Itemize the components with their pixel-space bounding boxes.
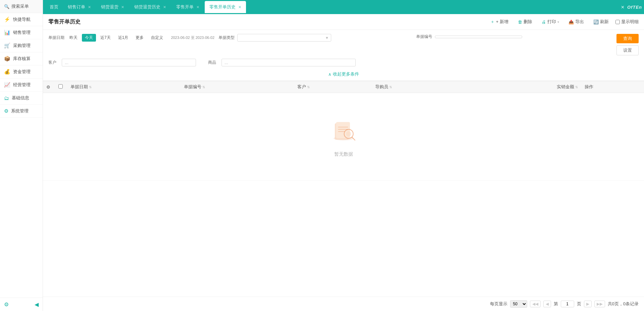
page-size-select[interactable]: 50 10 20 100 (510, 300, 527, 308)
tab-retail-open-close[interactable]: ✕ (196, 5, 199, 9)
tab-bar: 首页 销售订单 ✕ 销货退货 ✕ 销货退货历史 ✕ 零售开单 ✕ 零售开单历史 … (43, 0, 644, 14)
product-filter-label: 商品 (208, 60, 216, 65)
sidebar-item-label: 系统管理 (11, 108, 29, 114)
customer-dots: ... (65, 60, 68, 65)
settings-icon: ⚙ (46, 85, 50, 90)
date-1month[interactable]: 近1月 (115, 34, 132, 42)
last-page-button[interactable]: ▶▶ (594, 301, 605, 307)
cart-icon: 🛒 (4, 43, 10, 49)
select-all-checkbox[interactable] (58, 84, 63, 89)
collapse-row[interactable]: ∧ 收起更多条件 (48, 70, 639, 79)
th-settings[interactable]: ⚙ (43, 81, 55, 93)
tab-sales-return-label: 销货退货 (101, 4, 118, 10)
sidebar-search[interactable]: 🔍 搜索采单 (0, 0, 43, 13)
date-filter-label: 单据日期 (48, 35, 64, 41)
date-yesterday[interactable]: 昨天 (66, 34, 81, 42)
tab-sales-return-close[interactable]: ✕ (121, 5, 124, 9)
tab-sales-order-label: 销售订单 (68, 4, 85, 10)
sidebar-search-label: 搜索采单 (11, 3, 29, 9)
table-area: ⚙ 单据日期 ⇅ 单据编号 (43, 81, 644, 297)
svg-point-8 (346, 132, 351, 137)
th-salesperson[interactable]: 导购员 ⇅ (372, 81, 467, 93)
display-detail-checkbox[interactable]: 显示明细 (615, 19, 639, 25)
delete-button[interactable]: 🗑 删除 (515, 17, 535, 26)
collapse-icon[interactable]: ◀ (35, 301, 39, 308)
folder-icon: 🗂 (4, 95, 9, 101)
customer-sort-icon: ⇅ (307, 85, 310, 89)
tab-sales-return-history-close[interactable]: ✕ (163, 5, 166, 9)
print-dropdown-icon: ▾ (557, 20, 559, 24)
chart-icon: 📊 (4, 30, 10, 36)
customer-input[interactable]: ... (62, 59, 196, 66)
sidebar-item-label: 资金管理 (13, 69, 31, 75)
print-label: 打印 (547, 19, 556, 25)
query-button[interactable]: 查询 (616, 34, 639, 43)
search-icon: 🔍 (4, 4, 9, 9)
product-input[interactable]: ... (221, 59, 356, 66)
th-checkbox[interactable] (55, 81, 67, 93)
toolbar: ＋ + 新增 🗑 删除 🖨 打印 ▾ 📤 导出 🔄 (488, 17, 639, 26)
window-close-icon[interactable]: ✕ (621, 5, 625, 10)
date-range-display: 2023-06-02 至 2023-06-02 (171, 35, 214, 40)
display-detail-input[interactable] (615, 20, 620, 24)
refresh-button[interactable]: 🔄 刷新 (591, 17, 611, 26)
setting-button[interactable]: 设置 (616, 45, 639, 55)
data-table: ⚙ 单据日期 ⇅ 单据编号 (43, 81, 644, 180)
settings-icon[interactable]: ⚙ (4, 301, 9, 308)
filter-dates: 昨天 今天 近7天 近1月 更多 自定义 (66, 34, 166, 42)
tab-retail-history-label: 零售开单历史 (209, 4, 236, 10)
export-button[interactable]: 📤 导出 (566, 17, 587, 26)
tab-sales-return[interactable]: 销货退货 ✕ (96, 1, 129, 13)
first-page-button[interactable]: ◀◀ (530, 301, 541, 307)
th-customer[interactable]: 客户 ⇅ (294, 81, 372, 93)
date-custom[interactable]: 自定义 (148, 34, 166, 42)
sidebar-item-xiaoshou[interactable]: 📊 销售管理 (0, 26, 43, 39)
tab-sales-return-history-label: 销货退货历史 (134, 4, 160, 10)
empty-illustration (329, 116, 359, 146)
page-number-input[interactable] (561, 301, 574, 307)
sidebar-item-jichu[interactable]: 🗂 基础信息 (0, 92, 43, 105)
print-button[interactable]: 🖨 打印 ▾ (539, 17, 562, 26)
sidebar-bottom: ⚙ ◀ (0, 298, 43, 311)
sidebar-item-zijin[interactable]: 💰 资金管理 (0, 65, 43, 79)
sidebar-item-kuaijie[interactable]: ⚡ 快捷导航 (0, 13, 43, 26)
sidebar-item-jingying[interactable]: 📈 经营管理 (0, 79, 43, 92)
tab-sales-order-close[interactable]: ✕ (88, 5, 91, 9)
date-today[interactable]: 今天 (82, 34, 96, 42)
tab-retail-history[interactable]: 零售开单历史 ✕ (205, 1, 246, 13)
page-size-label: 每页显示 (490, 301, 507, 307)
date-7days[interactable]: 近7天 (97, 34, 114, 42)
page-title: 零售开单历史 (48, 18, 81, 25)
sidebar-item-xitong[interactable]: ⚙ 系统管理 (0, 105, 43, 118)
th-amount[interactable]: 实销金额 ⇅ (468, 81, 581, 93)
display-detail-label: 显示明细 (621, 19, 639, 25)
empty-state-cell: 暂无数据 (43, 93, 644, 180)
empty-state: 暂无数据 (46, 96, 641, 177)
brand-label: OfTEn (627, 5, 642, 10)
th-number[interactable]: 单据编号 ⇅ (181, 81, 294, 93)
next-page-button[interactable]: ▶ (584, 301, 592, 307)
new-label: + 新增 (496, 19, 508, 25)
delete-label: 删除 (524, 19, 532, 25)
sidebar: 🔍 搜索采单 ⚡ 快捷导航 📊 销售管理 🛒 采购管理 📦 库存核算 💰 资金管… (0, 0, 43, 311)
bill-number-input[interactable] (435, 36, 522, 38)
bill-type-select[interactable]: ▾ (237, 34, 331, 42)
bill-number-label: 单据编号 (416, 34, 432, 40)
tab-home[interactable]: 首页 (45, 1, 63, 13)
sidebar-item-kucun[interactable]: 📦 库存核算 (0, 52, 43, 65)
bill-type-label: 单据类型 (218, 35, 235, 41)
prev-page-button[interactable]: ◀ (543, 301, 551, 307)
th-customer-label: 客户 (297, 84, 306, 90)
amount-sort-icon: ⇅ (575, 85, 578, 89)
tab-sales-return-history[interactable]: 销货退货历史 ✕ (130, 1, 171, 13)
tab-retail-open[interactable]: 零售开单 ✕ (171, 1, 204, 13)
tab-retail-history-close[interactable]: ✕ (238, 5, 241, 9)
new-button[interactable]: ＋ + 新增 (488, 17, 511, 26)
pagination: 每页显示 50 10 20 100 ◀◀ ◀ 第 页 ▶ ▶▶ 共0页，0条记录 (43, 297, 644, 311)
tab-sales-order[interactable]: 销售订单 ✕ (63, 1, 96, 13)
sidebar-item-caigou[interactable]: 🛒 采购管理 (0, 39, 43, 52)
date-more[interactable]: 更多 (133, 34, 147, 42)
sidebar-item-label: 销售管理 (13, 30, 31, 36)
sidebar-item-label: 经营管理 (13, 82, 31, 88)
th-date[interactable]: 单据日期 ⇅ (67, 81, 181, 93)
